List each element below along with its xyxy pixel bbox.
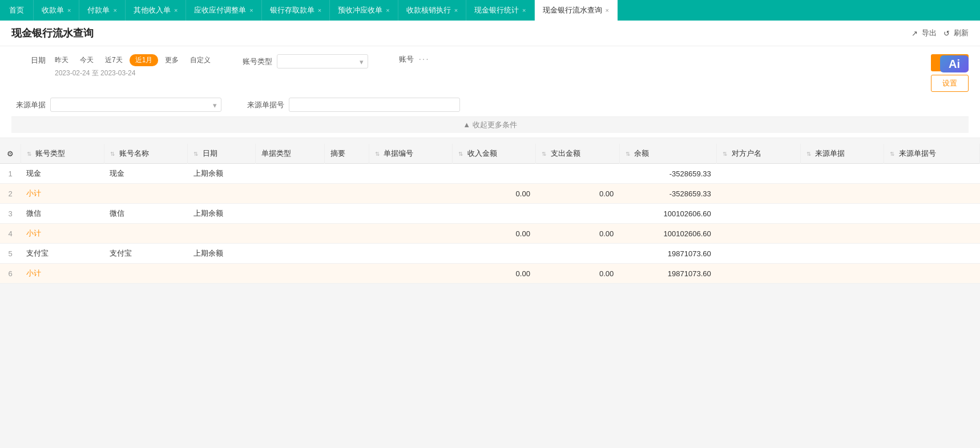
top-nav: 首页 收款单 × 付款单 × 其他收入单 × 应收应付调整单 × 银行存取款单 …	[0, 0, 980, 21]
sort-icon-income: ⇅	[458, 151, 463, 157]
col-account-name[interactable]: ⇅ 账号名称	[104, 144, 187, 164]
date-yesterday[interactable]: 昨天	[50, 54, 73, 66]
cell-source-doc	[800, 244, 884, 264]
nav-bank-deposit[interactable]: 银行存取款单 ×	[262, 0, 330, 21]
nav-receipts[interactable]: 收款单 ×	[34, 0, 79, 21]
col-income[interactable]: ⇅ 收入金额	[452, 144, 535, 164]
col-expense[interactable]: ⇅ 支出金额	[536, 144, 619, 164]
col-doc-number[interactable]: ⇅ 单据编号	[369, 144, 452, 164]
col-counterpart[interactable]: ⇅ 对方户名	[717, 144, 800, 164]
filter-area: 日期 昨天 今天 近7天 近1月 更多 自定义 2023-02-24 至 202…	[0, 46, 980, 138]
cell-doc-type	[256, 224, 325, 244]
gear-icon: ⚙	[7, 150, 14, 158]
col-balance[interactable]: ⇅ 余额	[619, 144, 716, 164]
settings-button[interactable]: 设置	[931, 75, 969, 92]
cell-expense	[536, 164, 619, 184]
nav-home[interactable]: 首页	[0, 0, 34, 21]
table-row: 4小计0.000.00100102606.60	[0, 224, 980, 244]
col-account-type[interactable]: ⇅ 账号类型	[21, 144, 104, 164]
account-more-icon[interactable]: ···	[418, 54, 429, 64]
table-row: 1现金现金上期余额-3528659.33	[0, 164, 980, 184]
source-doc-num-label: 来源单据号	[244, 100, 284, 110]
cell-source-doc	[800, 224, 884, 244]
sort-icon-account-name: ⇅	[110, 151, 115, 157]
col-source-doc[interactable]: ⇅ 来源单据	[800, 144, 884, 164]
table-row: 5支付宝支付宝上期余额19871073.60	[0, 244, 980, 264]
nav-ar-adjust-label: 应收应付调整单	[194, 5, 246, 15]
refresh-button[interactable]: ↺ 刷新	[943, 28, 969, 38]
nav-receipts-close[interactable]: ×	[67, 7, 71, 14]
col-doc-type[interactable]: 单据类型	[256, 144, 325, 164]
date-7days[interactable]: 近7天	[100, 54, 127, 66]
cell-summary	[324, 244, 369, 264]
cell-num: 6	[0, 264, 21, 284]
nav-ar-adjust[interactable]: 应收应付调整单 ×	[186, 0, 261, 21]
col-summary[interactable]: 摘要	[324, 144, 369, 164]
cell-counterpart	[717, 224, 800, 244]
cell-summary	[324, 164, 369, 184]
table-header-row: ⚙ ⇅ 账号类型 ⇅ 账号名称 ⇅ 日期 单据类型 摘要	[0, 144, 980, 164]
date-range-display: 2023-02-24 至 2023-03-24	[55, 69, 135, 77]
sort-icon-account-type: ⇅	[27, 151, 31, 157]
nav-advance-close[interactable]: ×	[386, 7, 389, 14]
cell-counterpart	[717, 204, 800, 224]
cell-doc-type	[256, 184, 325, 204]
cell-date	[188, 264, 256, 284]
nav-payments-close[interactable]: ×	[113, 7, 116, 14]
cell-doc-number	[369, 164, 452, 184]
cell-date	[188, 184, 256, 204]
sort-icon-source-doc-num: ⇅	[890, 151, 894, 157]
cell-num: 3	[0, 204, 21, 224]
cell-income	[452, 164, 535, 184]
source-doc-select[interactable]	[50, 98, 221, 112]
date-custom[interactable]: 自定义	[185, 54, 215, 66]
nav-bank-deposit-label: 银行存取款单	[270, 5, 314, 15]
source-doc-num-input[interactable]	[289, 98, 460, 112]
nav-payments[interactable]: 付款单 ×	[79, 0, 125, 21]
nav-write-off[interactable]: 收款核销执行 ×	[398, 0, 466, 21]
nav-advance[interactable]: 预收冲应收单 ×	[330, 0, 398, 21]
nav-bank-stats-close[interactable]: ×	[522, 7, 526, 14]
nav-bank-flow-close[interactable]: ×	[606, 7, 609, 14]
date-options: 昨天 今天 近7天 近1月 更多 自定义	[50, 54, 215, 66]
cell-expense: 0.00	[536, 224, 619, 244]
cell-expense: 0.00	[536, 184, 619, 204]
export-button[interactable]: ↗ 导出	[912, 28, 937, 38]
cell-doc-number	[369, 244, 452, 264]
nav-write-off-close[interactable]: ×	[454, 7, 458, 14]
account-type-select[interactable]	[277, 54, 368, 68]
cell-date: 上期余额	[188, 164, 256, 184]
cell-source-doc	[800, 264, 884, 284]
ai-badge[interactable]: Ai	[940, 55, 969, 72]
cell-balance: -3528659.33	[619, 164, 716, 184]
col-settings[interactable]: ⚙	[0, 144, 21, 164]
cell-income	[452, 204, 535, 224]
nav-home-label: 首页	[9, 5, 24, 15]
nav-other-income[interactable]: 其他收入单 ×	[126, 0, 186, 21]
nav-bank-flow[interactable]: 现金银行流水查询 ×	[535, 0, 618, 21]
cell-doc-type	[256, 164, 325, 184]
cell-income: 0.00	[452, 224, 535, 244]
cell-date: 上期余额	[188, 244, 256, 264]
table-row: 2小计0.000.00-3528659.33	[0, 184, 980, 204]
sort-icon-expense: ⇅	[542, 151, 546, 157]
cell-account-name	[104, 224, 187, 244]
account-group: 账号 ···	[391, 54, 434, 64]
date-1month[interactable]: 近1月	[130, 54, 159, 66]
nav-ar-adjust-close[interactable]: ×	[249, 7, 253, 14]
cell-account-name: 微信	[104, 204, 187, 224]
cell-expense	[536, 244, 619, 264]
export-icon: ↗	[912, 29, 918, 38]
date-more[interactable]: 更多	[160, 54, 183, 66]
nav-bank-stats[interactable]: 现金银行统计 ×	[466, 0, 534, 21]
collapse-bar[interactable]: ▲ 收起更多条件	[11, 116, 969, 133]
nav-other-income-close[interactable]: ×	[174, 7, 178, 14]
nav-advance-label: 预收冲应收单	[338, 5, 382, 15]
cell-summary	[324, 204, 369, 224]
col-date[interactable]: ⇅ 日期	[188, 144, 256, 164]
date-today[interactable]: 今天	[75, 54, 98, 66]
account-type-select-wrapper	[277, 54, 368, 68]
col-source-doc-num[interactable]: ⇅ 来源单据号	[884, 144, 980, 164]
cell-doc-number	[369, 224, 452, 244]
nav-bank-deposit-close[interactable]: ×	[318, 7, 321, 14]
